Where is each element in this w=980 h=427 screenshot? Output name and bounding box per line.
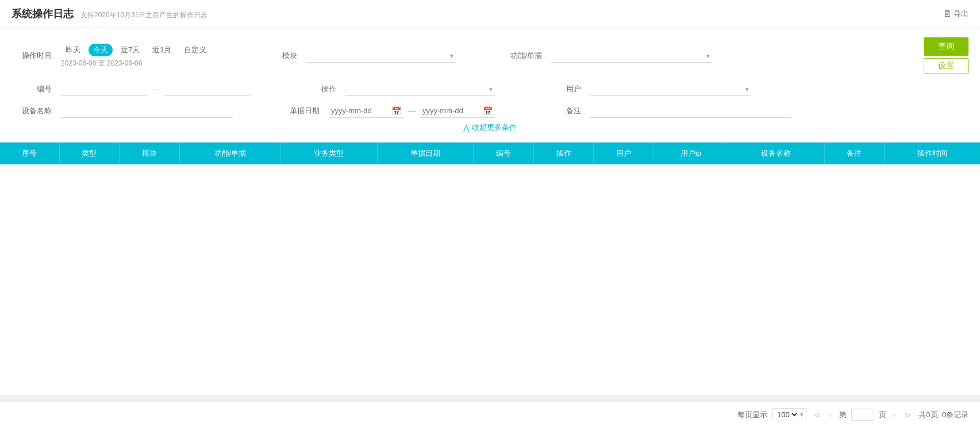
col-单据日期: 单据日期 <box>377 143 474 164</box>
col-备注: 备注 <box>824 143 884 164</box>
collapse-row: ⋀ 收起更多条件 <box>11 122 969 133</box>
remark-input[interactable] <box>590 104 791 118</box>
module-select[interactable] <box>306 49 456 63</box>
date-sep: — <box>408 107 416 116</box>
col-类型: 类型 <box>59 143 119 164</box>
page-label: 第 <box>839 410 847 420</box>
settings-button[interactable]: 设置 <box>924 58 969 74</box>
col-设备名称: 设备名称 <box>728 143 824 164</box>
per-page-label: 每页显示 <box>737 410 767 420</box>
date-end-wrapper: 📅 <box>420 104 495 118</box>
page-subtitle: 支持2020年10月31日之后产生的操作日志 <box>80 10 207 20</box>
device-input[interactable] <box>61 104 233 118</box>
filter-area: 操作时间 昨天 今天 近7天 近1月 自定义 2023-06-06 至 2023… <box>0 28 980 143</box>
export-label: 导出 <box>954 9 969 19</box>
table-header-row: 序号 类型 模块 功能/单据 业务类型 单据日期 编号 操作 用户 用户ip 设… <box>0 143 980 164</box>
function-filter: 功能/单据 ▾ <box>502 49 712 63</box>
export-button[interactable]: 🖹 导出 <box>943 9 969 19</box>
page-number-input[interactable]: 1 <box>851 409 874 421</box>
col-模块: 模块 <box>120 143 179 164</box>
page-title: 系统操作日志 <box>11 7 74 21</box>
number-start-input[interactable] <box>61 82 147 96</box>
time-label: 操作时间 <box>11 51 52 61</box>
col-操作时间: 操作时间 <box>884 143 980 164</box>
query-button[interactable]: 查询 <box>924 37 969 56</box>
time-buttons: 昨天 今天 近7天 近1月 自定义 <box>61 44 211 56</box>
user-select[interactable] <box>590 82 751 96</box>
time-btn-yesterday[interactable]: 昨天 <box>61 44 85 56</box>
time-filter-controls: 昨天 今天 近7天 近1月 自定义 2023-06-06 至 2023-06-0… <box>61 44 211 68</box>
col-操作: 操作 <box>533 143 593 164</box>
function-select-wrapper: ▾ <box>551 49 712 63</box>
operation-select[interactable] <box>345 82 495 96</box>
number-end-input[interactable] <box>164 82 250 96</box>
page-header: 系统操作日志 支持2020年10月31日之后产生的操作日志 🖹 导出 <box>0 0 980 28</box>
col-用户ip: 用户ip <box>654 143 728 164</box>
pagination-summary: 共0页, 0条记录 <box>918 410 969 420</box>
export-icon: 🖹 <box>943 9 951 18</box>
last-page-button[interactable]: ⊳ <box>902 409 914 421</box>
col-功能单据: 功能/单据 <box>179 143 280 164</box>
table-header: 序号 类型 模块 功能/单据 业务类型 单据日期 编号 操作 用户 用户ip 设… <box>0 143 980 164</box>
filter-row-3: 设备名称 单据日期 📅 — 📅 <box>11 104 969 118</box>
col-序号: 序号 <box>0 143 59 164</box>
time-btn-custom[interactable]: 自定义 <box>179 44 211 56</box>
user-filter: 用户 ▾ <box>541 82 751 96</box>
table-footer: 每页显示 10 20 50 100 200 ▾ ⊲ ‹ 第 1 页 › ⊳ 共0… <box>0 402 980 427</box>
action-buttons: 查询 设置 <box>924 37 969 74</box>
collapse-label: 收起更多条件 <box>472 122 517 133</box>
operation-label: 操作 <box>296 84 336 94</box>
per-page-select-wrapper: 10 20 50 100 200 ▾ <box>772 408 806 421</box>
first-page-button[interactable]: ⊲ <box>811 409 823 421</box>
calendar-start-icon[interactable]: 📅 <box>391 106 401 116</box>
number-range: — <box>61 82 250 96</box>
collapse-button[interactable]: ⋀ 收起更多条件 <box>463 122 517 133</box>
module-filter: 模块 ▾ <box>257 49 456 63</box>
collapse-up-icon: ⋀ <box>463 124 470 132</box>
page-suffix: 页 <box>879 410 886 420</box>
function-select[interactable] <box>551 49 712 63</box>
operation-select-wrapper: ▾ <box>345 82 495 96</box>
voucher-date-label: 单据日期 <box>279 106 320 116</box>
next-page-button[interactable]: › <box>891 409 898 421</box>
calendar-end-icon[interactable]: 📅 <box>483 106 493 116</box>
prev-page-button[interactable]: ‹ <box>827 409 835 421</box>
operation-filter: 操作 ▾ <box>296 82 495 96</box>
horizontal-scrollbar[interactable] <box>0 395 980 402</box>
number-label: 编号 <box>11 84 52 94</box>
time-filter-group: 操作时间 昨天 今天 近7天 近1月 自定义 2023-06-06 至 2023… <box>11 44 211 68</box>
device-filter: 设备名称 <box>11 104 233 118</box>
number-filter: 编号 — <box>11 82 250 96</box>
filter-row-2: 编号 — 操作 ▾ 用户 <box>11 82 969 96</box>
module-select-wrapper: ▾ <box>306 49 456 63</box>
time-btn-today[interactable]: 今天 <box>89 44 113 56</box>
col-用户: 用户 <box>594 143 654 164</box>
user-label: 用户 <box>541 84 581 94</box>
header-left: 系统操作日志 支持2020年10月31日之后产生的操作日志 <box>11 7 207 21</box>
scrollbar-inner <box>0 395 980 402</box>
table-wrapper: 序号 类型 模块 功能/单据 业务类型 单据日期 编号 操作 用户 用户ip 设… <box>0 143 980 395</box>
time-btn-7days[interactable]: 近7天 <box>116 44 144 56</box>
remark-filter: 备注 <box>541 104 791 118</box>
filter-row-1: 操作时间 昨天 今天 近7天 近1月 自定义 2023-06-06 至 2023… <box>11 37 969 74</box>
col-编号: 编号 <box>474 143 533 164</box>
device-label: 设备名称 <box>11 106 52 116</box>
data-table: 序号 类型 模块 功能/单据 业务类型 单据日期 编号 操作 用户 用户ip 设… <box>0 143 980 164</box>
date-picker-group: 📅 — 📅 <box>329 104 495 118</box>
voucher-date-filter: 单据日期 📅 — 📅 <box>279 104 495 118</box>
col-业务类型: 业务类型 <box>281 143 378 164</box>
date-start-wrapper: 📅 <box>329 104 403 118</box>
time-range-display: 2023-06-06 至 2023-06-06 <box>61 59 211 68</box>
function-label: 功能/单据 <box>502 51 542 61</box>
per-page-select[interactable]: 10 20 50 100 200 <box>775 410 799 420</box>
user-select-wrapper: ▾ <box>590 82 751 96</box>
number-sep: — <box>152 85 159 94</box>
remark-label: 备注 <box>541 106 581 116</box>
time-btn-1month[interactable]: 近1月 <box>148 44 176 56</box>
module-label: 模块 <box>257 51 297 61</box>
per-page-chevron-icon: ▾ <box>800 411 804 418</box>
